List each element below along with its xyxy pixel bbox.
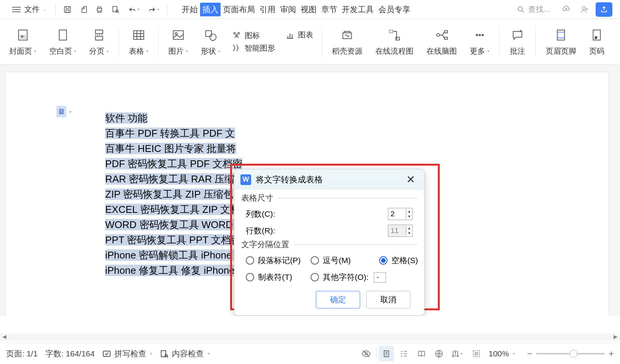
tab-start[interactable]: 开始 [179, 3, 200, 16]
ribbon-header-footer[interactable]: 页眉页脚 [540, 24, 582, 59]
scroll-left-icon[interactable]: ◀ [0, 334, 9, 341]
radio-icon [246, 273, 254, 281]
tab-reference[interactable]: 引用 [257, 3, 278, 16]
ribbon-cover-page[interactable]: 封面页▾ [4, 24, 42, 59]
svg-rect-10 [59, 30, 66, 40]
separator [158, 27, 159, 57]
settings-icon[interactable]: ▾ [449, 346, 464, 361]
radio-space[interactable]: 空格(S) [379, 255, 429, 266]
radio-icon [311, 273, 319, 281]
svg-point-24 [476, 34, 478, 36]
svg-point-16 [234, 32, 235, 34]
svg-rect-30 [59, 109, 64, 114]
save-icon[interactable] [60, 2, 75, 17]
content-check-toggle[interactable]: 内容检查 ▾ [160, 348, 210, 359]
search-icon [517, 5, 525, 14]
spinner-down[interactable]: ▼ [406, 214, 412, 219]
tab-dev-tools[interactable]: 开发工具 [340, 3, 376, 16]
svg-rect-31 [103, 351, 110, 356]
share-button[interactable] [596, 2, 612, 17]
svg-rect-14 [205, 31, 211, 37]
tab-review[interactable]: 审阅 [278, 3, 298, 16]
ribbon-blank-page[interactable]: 空白页▾ [44, 24, 82, 59]
search-input[interactable]: 查找... [517, 4, 550, 14]
separator [119, 27, 119, 57]
fit-width-icon[interactable] [472, 349, 481, 358]
redo-button[interactable]: ▾ [144, 2, 162, 17]
ribbon-mindmap[interactable]: 在线脑图 [421, 24, 462, 59]
horizontal-scrollbar[interactable]: ◀ ▶ [0, 334, 620, 341]
outline-view-icon[interactable] [396, 346, 412, 361]
rows-input [388, 225, 406, 236]
undo-button[interactable]: ▾ [124, 2, 143, 17]
add-user-icon[interactable] [577, 2, 592, 17]
tab-chapter[interactable]: 章节 [319, 3, 340, 16]
paragraph-marker[interactable]: ▾ [56, 106, 71, 117]
svg-rect-12 [173, 31, 183, 40]
slider-thumb[interactable] [570, 350, 577, 358]
radio-paragraph[interactable]: 段落标记(P) [246, 255, 311, 266]
close-button[interactable]: ✕ [403, 173, 418, 186]
read-view-icon[interactable] [414, 346, 429, 361]
zoom-in-button[interactable]: + [609, 348, 614, 359]
columns-spinner[interactable]: ▲▼ [388, 208, 413, 220]
inspect-icon [160, 349, 169, 358]
ribbon-table[interactable]: 表格▾ [123, 24, 154, 59]
ribbon-picture[interactable]: 图片▾ [163, 24, 193, 59]
tab-view[interactable]: 视图 [298, 3, 319, 16]
print-icon[interactable] [92, 2, 107, 17]
cancel-button[interactable]: 取消 [366, 291, 410, 308]
svg-point-6 [582, 6, 585, 10]
radio-icon [246, 256, 254, 265]
ribbon-more[interactable]: 更多▾ [465, 24, 495, 59]
eye-toggle-icon[interactable] [359, 346, 374, 361]
columns-label: 列数(C): [246, 209, 388, 219]
ribbon-shape[interactable]: 形状▾ [195, 24, 226, 59]
separator-section: 文字分隔位置 [241, 239, 417, 250]
svg-point-37 [452, 355, 454, 357]
spinner-down: ▼ [406, 231, 412, 236]
ribbon-comment[interactable]: 批注 [504, 24, 531, 59]
columns-input[interactable] [388, 208, 406, 220]
ribbon-page-number[interactable]: # 页码 [584, 24, 610, 59]
zoom-level[interactable]: 100% ▾ [489, 349, 515, 358]
ribbon-icon[interactable]: 图标 [232, 30, 275, 41]
zoom-slider[interactable] [536, 353, 605, 354]
file-menu[interactable]: 文件 ⌵ [8, 3, 51, 16]
ribbon-page-break[interactable]: 分页▾ [84, 24, 114, 59]
table-size-section: 表格尺寸 [241, 193, 417, 203]
word-count[interactable]: 字数: 164/164 [45, 348, 95, 359]
separator [322, 27, 322, 57]
radio-icon [379, 256, 388, 265]
radio-comma[interactable]: 逗号(M) [311, 255, 379, 266]
page-indicator[interactable]: 页面: 1/1 [6, 348, 38, 359]
page-view-icon[interactable] [379, 346, 394, 361]
export-icon[interactable] [76, 2, 91, 17]
convert-text-to-table-dialog: W 将文字转换成表格 ✕ 表格尺寸 列数(C): ▲▼ 行数(R): ▲▼ 文字… [234, 169, 425, 316]
chevron-down-icon: ▾ [138, 7, 139, 11]
search-placeholder: 查找... [528, 4, 550, 14]
ribbon-docer[interactable]: 稻壳资源 [327, 24, 368, 59]
spell-check-toggle[interactable]: 拼写检查 ▾ [102, 348, 152, 359]
other-char-input[interactable] [374, 272, 386, 283]
tab-page-layout[interactable]: 页面布局 [221, 3, 257, 16]
spinner-up[interactable]: ▲ [406, 209, 412, 214]
svg-point-15 [210, 34, 216, 40]
web-view-icon[interactable] [431, 346, 447, 361]
separator [535, 27, 536, 57]
tab-insert[interactable]: 插入 [200, 3, 221, 16]
ribbon-flowchart[interactable]: 在线流程图 [370, 24, 419, 59]
cloud-sync-icon[interactable] [559, 2, 574, 17]
ribbon-chart[interactable]: 图表 [285, 30, 313, 40]
ok-button[interactable]: 确定 [316, 291, 360, 308]
radio-tab[interactable]: 制表符(T) [246, 272, 311, 283]
scroll-right-icon[interactable]: ▶ [611, 334, 620, 341]
preview-icon[interactable] [108, 2, 123, 17]
tab-member[interactable]: 会员专享 [376, 3, 413, 16]
zoom-out-button[interactable]: − [527, 348, 532, 359]
chevron-down-icon: ⌵ [43, 7, 46, 12]
share-icon [600, 5, 608, 14]
radio-other[interactable]: 其他字符(O): [311, 272, 429, 283]
svg-rect-2 [97, 8, 102, 11]
ribbon-smart-graphic[interactable]: 智能图形 [232, 43, 275, 53]
